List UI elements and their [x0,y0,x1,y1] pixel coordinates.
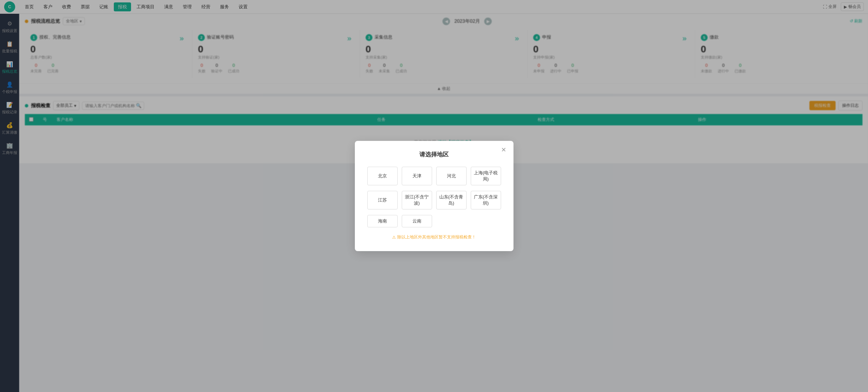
modal-close-button[interactable]: ✕ [500,146,508,154]
region-row-3: 海南 云南 [367,215,501,227]
region-zhejiang[interactable]: 浙江(不含宁波) [402,191,432,209]
region-tianjin[interactable]: 天津 [402,167,432,185]
region-shandong[interactable]: 山东(不含青岛) [436,191,467,209]
region-row-1: 北京 天津 河北 上海(电子税局) [367,167,501,185]
warning-icon: ⚠ [392,235,396,240]
modal-title: 请选择地区 [367,151,501,158]
region-jiangsu[interactable]: 江苏 [367,191,398,209]
region-shanghai[interactable]: 上海(电子税局) [471,167,501,185]
region-notice: ⚠ 除以上地区外其他地区暂不支持报税检查！ [367,234,501,240]
region-select-modal: ✕ 请选择地区 北京 天津 河北 上海(电子税局) 江苏 浙江(不含宁波) 山东… [355,141,513,251]
region-hainan[interactable]: 海南 [367,215,398,227]
region-guangdong[interactable]: 广东(不含深圳) [471,191,501,209]
region-hebei[interactable]: 河北 [436,167,467,185]
region-row-2: 江苏 浙江(不含宁波) 山东(不含青岛) 广东(不含深圳) [367,191,501,209]
region-empty-1 [436,215,467,227]
region-beijing[interactable]: 北京 [367,167,398,185]
modal-overlay[interactable]: ✕ 请选择地区 北京 天津 河北 上海(电子税局) 江苏 浙江(不含宁波) 山东… [0,0,868,392]
region-yunnan[interactable]: 云南 [402,215,432,227]
region-empty-2 [471,215,501,227]
notice-text: 除以上地区外其他地区暂不支持报税检查！ [397,234,476,240]
